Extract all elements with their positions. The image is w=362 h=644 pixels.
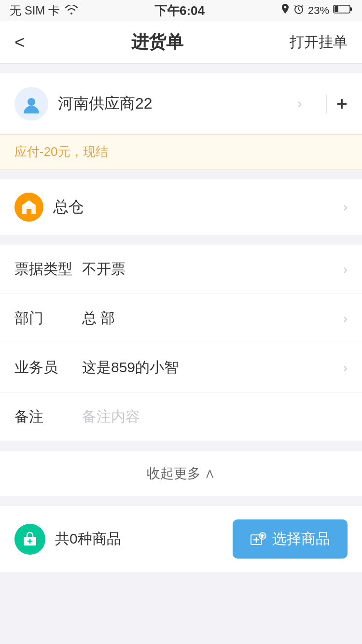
salesperson-label: 业务员	[14, 358, 72, 378]
product-section: 共0种商品 选择商品	[0, 506, 362, 572]
salesperson-value: 这是859的小智	[72, 358, 338, 378]
remark-row[interactable]: 备注 备注内容	[0, 392, 362, 441]
status-left: 无 SIM 卡	[10, 3, 78, 18]
collapse-button[interactable]: 收起更多 ∧	[0, 451, 362, 496]
select-product-label: 选择商品	[272, 529, 330, 549]
bottom-area	[0, 572, 362, 644]
supplier-row[interactable]: 河南供应商22 › +	[0, 73, 362, 134]
wifi-icon	[65, 4, 78, 17]
invoice-type-row[interactable]: 票据类型 不开票 ›	[0, 245, 362, 294]
payment-notice-text: 应付-20元，现结	[14, 144, 108, 159]
carrier-text: 无 SIM 卡	[10, 3, 60, 18]
alarm-icon	[293, 4, 304, 17]
remark-label: 备注	[14, 407, 72, 427]
supplier-name: 河南供应商22	[58, 93, 297, 114]
product-icon	[14, 524, 45, 555]
invoice-type-value: 不开票	[72, 259, 338, 279]
nav-bar: < 进货单 打开挂单	[0, 21, 362, 64]
status-time: 下午6:04	[154, 2, 205, 19]
collapse-label: 收起更多 ∧	[147, 464, 216, 483]
status-bar: 无 SIM 卡 下午6:04 23%	[0, 0, 362, 21]
section-gap-1	[0, 64, 362, 73]
svg-point-5	[28, 98, 35, 106]
battery-text: 23%	[308, 4, 329, 17]
invoice-type-chevron-icon: ›	[343, 262, 348, 277]
remark-input[interactable]: 备注内容	[72, 407, 348, 427]
supplier-chevron-icon: ›	[297, 96, 302, 112]
svg-rect-6	[27, 209, 31, 214]
battery-icon	[333, 4, 352, 17]
department-value: 总 部	[72, 308, 338, 328]
select-product-button[interactable]: 选择商品	[233, 519, 348, 559]
status-right: 23%	[281, 4, 352, 17]
form-section: 票据类型 不开票 › 部门 总 部 › 业务员 这是859的小智 › 备注 备注…	[0, 245, 362, 441]
payment-notice: 应付-20元，现结	[0, 134, 362, 169]
back-button[interactable]: <	[14, 32, 25, 53]
svg-rect-2	[350, 7, 352, 11]
product-count: 共0种商品	[55, 529, 233, 549]
add-supplier-button[interactable]: +	[336, 93, 348, 115]
supplier-avatar	[14, 87, 48, 121]
department-row[interactable]: 部门 总 部 ›	[0, 294, 362, 343]
open-pending-button[interactable]: 打开挂单	[290, 32, 348, 52]
warehouse-chevron-icon: ›	[343, 199, 348, 215]
invoice-type-label: 票据类型	[14, 259, 72, 279]
department-label: 部门	[14, 308, 72, 328]
location-icon	[281, 4, 290, 17]
supplier-divider	[326, 94, 327, 113]
supplier-card: 河南供应商22 › + 应付-20元，现结	[0, 73, 362, 169]
page-title: 进货单	[131, 30, 183, 54]
warehouse-icon	[14, 193, 43, 222]
salesperson-chevron-icon: ›	[343, 360, 348, 376]
salesperson-row[interactable]: 业务员 这是859的小智 ›	[0, 343, 362, 392]
department-chevron-icon: ›	[343, 311, 348, 326]
svg-rect-3	[334, 6, 338, 12]
warehouse-name: 总仓	[53, 196, 343, 218]
warehouse-row[interactable]: 总仓 ›	[0, 179, 362, 235]
